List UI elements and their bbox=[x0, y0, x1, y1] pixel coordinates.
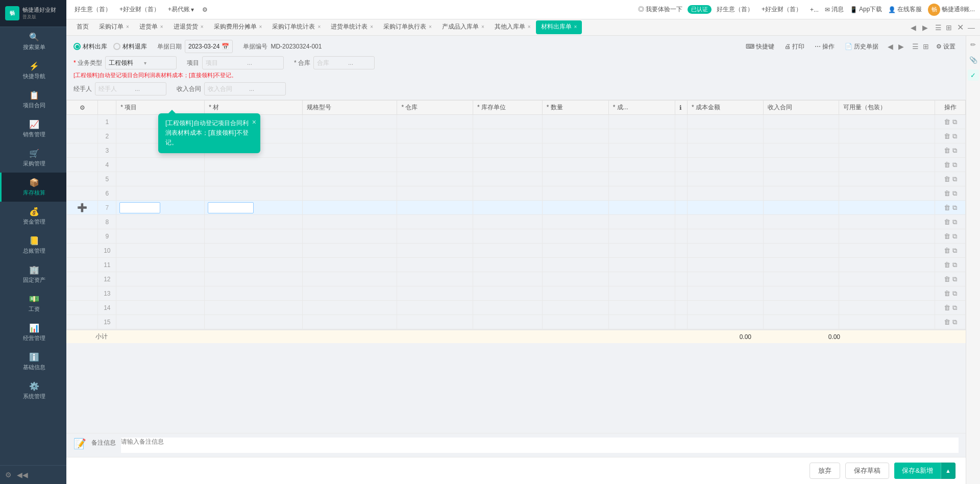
tab-close-icon[interactable]: × bbox=[201, 24, 204, 30]
list-view-icon[interactable]: ⊞ bbox=[946, 23, 952, 32]
tab-close-icon[interactable]: × bbox=[259, 24, 262, 30]
tab-invoice-stats[interactable]: 进货单统计表 × bbox=[326, 20, 378, 34]
sidebar-item-quick-nav[interactable]: ⚡ 快捷导航 bbox=[0, 56, 66, 85]
tab-purchase-order[interactable]: 采购订单 × bbox=[94, 20, 134, 34]
save-new-arrow-button[interactable]: ▲ bbox=[941, 463, 955, 479]
cell-spec[interactable] bbox=[302, 129, 397, 143]
history-button[interactable]: 📄 历史单据 bbox=[842, 41, 881, 53]
sidebar-item-search[interactable]: 🔍 搜索菜单 bbox=[0, 27, 66, 56]
copy-row-button[interactable]: ⧉ bbox=[952, 147, 957, 155]
copy-row-button[interactable]: ⧉ bbox=[952, 318, 957, 326]
tab-invoice[interactable]: 进货单 × bbox=[134, 20, 168, 34]
cell-costamt[interactable] bbox=[687, 129, 763, 143]
project-input[interactable] bbox=[119, 202, 160, 213]
cell-warehouse[interactable] bbox=[397, 115, 473, 129]
form-next-button[interactable]: ▶ bbox=[896, 41, 906, 52]
app-download-button[interactable]: 📱 App下载 bbox=[850, 5, 882, 14]
delete-row-button[interactable]: 🗑 bbox=[944, 304, 950, 312]
material-input[interactable] bbox=[208, 202, 254, 213]
right-panel-edit-icon[interactable]: ✏ bbox=[968, 39, 979, 50]
remarks-input[interactable] bbox=[121, 438, 959, 453]
tab-home[interactable]: 首页 bbox=[71, 20, 94, 34]
table-toggle-icon[interactable]: ⊞ bbox=[923, 42, 929, 51]
discard-button[interactable]: 放弃 bbox=[810, 463, 840, 479]
sidebar-item-salary[interactable]: 💵 工资 bbox=[0, 289, 66, 318]
cell-costamt[interactable] bbox=[687, 115, 763, 129]
delete-row-button[interactable]: 🗑 bbox=[944, 161, 950, 169]
ellipsis-icon[interactable]: ... bbox=[244, 59, 283, 66]
message-button[interactable]: ✉ 消息 bbox=[825, 5, 844, 14]
tab-material-out[interactable]: 材料出库单 × bbox=[536, 20, 582, 34]
copy-row-button[interactable]: ⧉ bbox=[952, 189, 957, 198]
business-type-select[interactable]: 工程领料 ▾ bbox=[105, 56, 177, 69]
delete-row-button[interactable]: 🗑 bbox=[944, 118, 950, 126]
tab-product-storage[interactable]: 产成品入库单 × bbox=[437, 20, 489, 34]
copy-row-button[interactable]: ⧉ bbox=[952, 289, 957, 298]
right-panel-green-icon[interactable]: ✓ bbox=[968, 69, 979, 81]
ellipsis-icon[interactable]: ... bbox=[246, 85, 285, 92]
copy-row-button[interactable]: ⧉ bbox=[952, 175, 957, 183]
tab-close-icon[interactable]: × bbox=[370, 24, 373, 30]
cell-qty[interactable] bbox=[542, 129, 608, 143]
user-avatar[interactable]: 畅 畅捷通8账... bbox=[928, 4, 975, 16]
nav-item-more[interactable]: +... bbox=[807, 4, 822, 15]
nav-item-haoyecai2[interactable]: +好业财（首） bbox=[758, 3, 805, 16]
copy-row-button[interactable]: ⧉ bbox=[952, 218, 957, 226]
col-settings[interactable]: ⚙ bbox=[67, 101, 98, 115]
form-prev-button[interactable]: ◀ bbox=[886, 41, 895, 52]
close-tab-button[interactable]: ✕ bbox=[957, 22, 964, 32]
tab-close-icon[interactable]: × bbox=[317, 24, 321, 30]
shortcut-button[interactable]: ⌨ 快捷键 bbox=[743, 41, 777, 53]
cell-unit[interactable] bbox=[473, 129, 543, 143]
copy-row-button[interactable]: ⧉ bbox=[952, 261, 957, 269]
tab-purchase-stats[interactable]: 采购订单统计表 × bbox=[267, 20, 326, 34]
project-select[interactable]: 项目 ... bbox=[202, 56, 284, 69]
delete-row-button[interactable]: 🗑 bbox=[944, 289, 950, 298]
online-service-button[interactable]: 👤 在线客服 bbox=[888, 5, 922, 14]
nav-item-haoyecai[interactable]: +好业财（首） bbox=[116, 3, 163, 16]
sidebar-item-assets[interactable]: 🏢 固定资产 bbox=[0, 260, 66, 289]
prev-page-button[interactable]: ◀ bbox=[909, 22, 918, 33]
nav-try-icon[interactable]: ◎ 我要体验一下 bbox=[635, 3, 685, 16]
sidebar-item-project[interactable]: 📋 项目合同 bbox=[0, 85, 66, 114]
grid-view-icon[interactable]: ☰ bbox=[935, 23, 942, 32]
copy-row-button[interactable]: ⧉ bbox=[952, 132, 957, 140]
date-value[interactable]: 2023-03-24 📅 bbox=[185, 40, 233, 53]
nav-item-haoshengyi2[interactable]: 好生意（首） bbox=[714, 3, 756, 16]
nav-item-yidaizhang[interactable]: +易代账 ▾ bbox=[165, 3, 197, 16]
copy-row-button[interactable]: ⧉ bbox=[952, 118, 957, 126]
copy-row-button[interactable]: ⧉ bbox=[952, 232, 957, 240]
copy-row-button[interactable]: ⧉ bbox=[952, 247, 957, 255]
sidebar-item-sales[interactable]: 📈 销售管理 bbox=[0, 114, 66, 143]
delete-row-button[interactable]: 🗑 bbox=[944, 261, 950, 269]
tab-close-icon[interactable]: × bbox=[429, 24, 432, 30]
tooltip-close-button[interactable]: × bbox=[252, 116, 256, 128]
delete-row-button[interactable]: 🗑 bbox=[944, 247, 950, 255]
next-page-button[interactable]: ▶ bbox=[920, 22, 930, 33]
cell-spec[interactable] bbox=[302, 115, 397, 129]
delete-row-button[interactable]: 🗑 bbox=[944, 232, 950, 240]
right-panel-paperclip-icon[interactable]: 📎 bbox=[968, 54, 979, 65]
tab-close-icon[interactable]: × bbox=[160, 24, 163, 30]
minimize-button[interactable]: — bbox=[968, 23, 975, 32]
operation-button[interactable]: ⋯ 操作 bbox=[812, 41, 838, 53]
sidebar-item-inventory[interactable]: 📦 库存核算 bbox=[0, 173, 66, 202]
tab-close-icon[interactable]: × bbox=[574, 24, 577, 30]
save-new-button[interactable]: 保存&新增 bbox=[894, 463, 941, 479]
settings-button[interactable]: ⚙ 设置 bbox=[933, 41, 959, 53]
cell-cost[interactable] bbox=[608, 129, 675, 143]
save-draft-button[interactable]: 保存草稿 bbox=[845, 463, 889, 479]
delete-row-button[interactable]: 🗑 bbox=[944, 204, 950, 212]
nav-settings-icon[interactable]: ⚙ bbox=[199, 4, 211, 15]
cell-avail[interactable] bbox=[839, 129, 935, 143]
sidebar-item-ledger[interactable]: 📒 总账管理 bbox=[0, 231, 66, 260]
tab-purchase-exec[interactable]: 采购订单执行表 × bbox=[378, 20, 437, 34]
sidebar-item-finance[interactable]: 💰 资金管理 bbox=[0, 202, 66, 231]
delete-row-button[interactable]: 🗑 bbox=[944, 175, 950, 183]
add-row-button[interactable]: ➕ bbox=[77, 203, 87, 212]
copy-row-button[interactable]: ⧉ bbox=[952, 204, 957, 212]
cell-unit[interactable] bbox=[473, 115, 543, 129]
tab-invoice-return[interactable]: 进退货货 × bbox=[168, 20, 209, 34]
tab-close-icon[interactable]: × bbox=[126, 24, 129, 30]
delete-row-button[interactable]: 🗑 bbox=[944, 275, 950, 283]
